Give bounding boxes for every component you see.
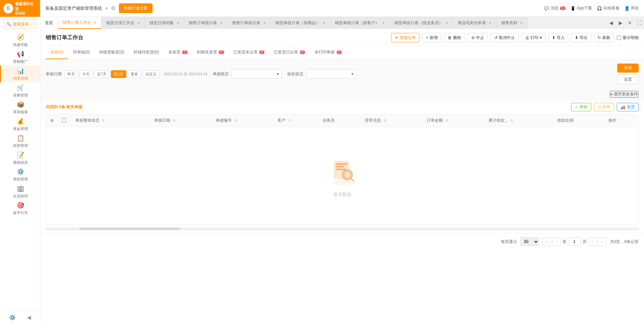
settings-button[interactable]: 设置 [617,75,639,84]
tab-sales-summary-customer[interactable]: 销货单统计表（按客户） ✕ [330,17,390,29]
messages-item[interactable]: 💬 消息 6 [544,5,565,11]
tab-close-profit[interactable]: ✕ [520,21,523,25]
settings-col-icon[interactable]: ⚙ [50,118,54,123]
col-header-staff: 业务员 [318,114,361,127]
filter-tab-expired[interactable]: 到期未发货 0 [192,46,229,59]
filter-tab-delivered-stocked[interactable]: 已发货已出库 0 [269,46,310,59]
tab-close-sales-stats[interactable]: ✕ [220,21,222,25]
tab-prev-button[interactable]: ◀ [606,18,616,28]
sort-number-icon[interactable]: ⇅ [234,119,237,122]
sidebar-item-quick-nav[interactable]: 🧭 快捷导航 [0,32,40,49]
cancel-audit-button[interactable]: ↺ 弃审 [594,103,614,111]
tab-sales-summary-staff[interactable]: 销货单统计表（按业务员） ✕ [390,17,453,29]
page-input[interactable] [568,237,581,246]
filter-tab-pending-audit[interactable]: 待审核(0) [68,46,95,59]
date-btn-today[interactable]: 今天 [79,70,93,78]
sort-date-icon[interactable]: ⇅ [173,119,175,122]
delete-button[interactable]: 🗑 删除 [444,33,465,42]
expand-conditions-button[interactable]: ▾ 展开更多条件 [610,91,639,98]
status-select[interactable]: ▾ [231,69,282,79]
filter-tab-pending-check[interactable]: 待拣货验货(0) [94,46,129,59]
tab-close-cash-reconcile[interactable]: ✕ [176,21,179,25]
tab-close-sales-exec[interactable]: ✕ [263,21,266,25]
import-button[interactable]: ⬆ 导入 [548,33,568,42]
tab-close-cash-daily[interactable]: ✕ [137,21,140,25]
date-btn-7days[interactable]: 近7天 [94,70,110,78]
smart-create-button[interactable]: ★ 智能生单 [391,33,420,42]
settings-icon[interactable]: ⚙️ [9,314,16,321]
tab-close-all-button[interactable]: ✕ [625,18,635,28]
header-settings-icon[interactable]: ⚙ [111,5,116,11]
filter-tab-delivered-not-stocked[interactable]: 已发货未出库 0 [229,46,269,59]
filter-tab-all[interactable]: 全部(0) [46,46,68,59]
tab-cash-reconcile[interactable]: 钱货日清对账 ✕ [145,17,184,29]
search-menu-button[interactable]: 🔍 搜索菜单 [3,19,37,29]
sidebar-item-purchase[interactable]: 🛒 采购管理 [0,82,40,99]
show-detail-checkbox-label[interactable]: 显示明细 [617,35,639,41]
first-page-button[interactable]: « [542,237,551,246]
tab-next-button[interactable]: ▶ [616,18,625,28]
sort-collected-icon[interactable]: ⇅ [510,119,513,122]
scrollbar-thumb[interactable] [79,228,180,230]
export-button[interactable]: ⬇ 导出 [571,33,591,42]
select-all-checkbox[interactable] [62,118,66,122]
date-btn-more[interactable]: 更多 [128,70,141,78]
online-service-item[interactable]: 🎧 在线客服 [597,5,619,11]
tab-maximize-button[interactable]: ⛶ [635,18,644,28]
tab-sales-profit[interactable]: 销售毛利 ✕ [497,17,528,29]
tab-cash-daily[interactable]: 钱货日清工作台 ✕ [101,17,145,29]
sidebar-item-basic-info[interactable]: 📝 基础信息 [0,150,40,166]
app-download-item[interactable]: 📱 App下载 [570,5,592,11]
sidebar-menu: 🧭 快捷导航 📢 营销推广 📊 销售管理 🛒 采购管理 📦 库存核算 💰 资金管… [0,32,40,311]
svg-rect-2 [336,163,347,165]
next-page-button[interactable]: › [588,237,597,246]
tab-close-product[interactable]: ✕ [323,21,325,25]
sidebar-item-inventory[interactable]: 📦 库存核算 [0,99,40,116]
page-size-select[interactable]: 50 20 100 [520,237,539,246]
sidebar-item-operations[interactable]: 📋 经营管理 [0,133,40,150]
sidebar-item-sales[interactable]: 📊 销售管理 [0,66,40,82]
last-page-button[interactable]: » [598,237,607,246]
sort-abnormal-icon[interactable]: ⇅ [384,119,386,122]
horizontal-scrollbar[interactable] [46,228,639,233]
tab-gross-margin[interactable]: 商品毛利分析表 ✕ [453,17,497,29]
audit-button[interactable]: ✓ 审核 [571,103,591,111]
tab-close-customer[interactable]: ✕ [382,21,385,25]
payment-select[interactable]: ▾ [306,69,356,79]
prev-page-button[interactable]: ‹ [552,237,561,246]
sidebar-item-marketing[interactable]: 📢 营销推广 [0,49,40,66]
sidebar-item-guide[interactable]: 🎯 新手引导 [0,200,40,217]
deliver-button[interactable]: 🚚 发货 [617,103,639,111]
sidebar-item-finance[interactable]: 💰 资金管理 [0,116,40,133]
date-btn-custom[interactable]: 自定义 [142,70,160,78]
tab-sales-order[interactable]: 销售订单工作台 ✕ [58,17,101,29]
refresh-button[interactable]: ↻ 刷新 [594,33,614,42]
date-btn-yesterday[interactable]: 昨天 [65,70,78,78]
stop-button[interactable]: ⊘ 中止 [468,33,488,42]
collapse-icon[interactable]: ◀ [27,314,31,321]
trial-button[interactable]: 体验行业方案 [119,3,153,13]
tab-close-staff[interactable]: ✕ [445,21,448,25]
show-detail-checkbox[interactable] [617,36,621,40]
date-btn-1month[interactable]: 近1月 [111,70,126,78]
tab-sales-summary-product[interactable]: 销货单统计表（按商品） ✕ [271,17,330,29]
query-button[interactable]: 查询 [617,64,639,73]
tab-sales-stats[interactable]: 销售订单统计表 ✕ [184,17,227,29]
filter-tab-not-delivered[interactable]: 未发货 0 [164,46,192,59]
tab-sales-exec[interactable]: 销售订单执行表 ✕ [227,17,271,29]
user-item[interactable]: 👤 用友 [625,5,639,11]
tab-close-gross-margin[interactable]: ✕ [489,21,491,25]
cancel-stop-button[interactable]: ↺ 取消中止 [490,33,519,42]
tab-close-sales-order[interactable]: ✕ [94,21,96,25]
sort-status-icon[interactable]: ⇅ [102,119,104,122]
tab-home[interactable]: 首页 [40,17,58,29]
add-button[interactable]: + 新增 [422,33,441,42]
filter-tab-not-printed[interactable]: 未打印单据 0 [310,46,346,59]
system-dropdown-icon[interactable]: ▾ [105,6,108,11]
sidebar-item-enterprise[interactable]: 🏢 企业协同 [0,183,40,200]
sort-amount-icon[interactable]: ⇅ [445,119,448,122]
sort-customer-icon[interactable]: ⇅ [288,119,291,122]
sidebar-item-system[interactable]: ⚙️ 系统管理 [0,166,40,183]
print-button[interactable]: 🖨 打印 ▾ [521,33,546,42]
filter-tab-wangpu[interactable]: 旺铺待发货(0) [129,46,164,59]
